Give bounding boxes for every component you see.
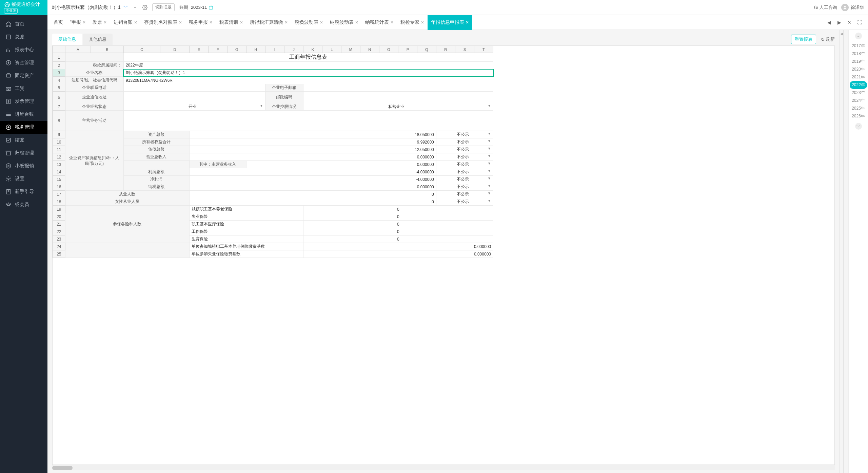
row-header[interactable]: 7 xyxy=(53,103,65,111)
col-header[interactable]: R xyxy=(436,46,455,53)
nav-item-vip[interactable]: 畅会员 xyxy=(0,198,47,211)
nav-item-salary[interactable]: 工资 xyxy=(0,82,47,95)
row-header[interactable]: 20 xyxy=(53,213,65,221)
spreadsheet[interactable]: ABCDEFGHIJKLMNOPQRST 1工商年报信息表2税款所属期间：202… xyxy=(52,45,835,465)
tabs-next-icon[interactable]: ▶ xyxy=(835,19,843,26)
fin-value[interactable]: 0.000000 xyxy=(246,161,436,168)
female-value[interactable]: 0 xyxy=(189,198,436,206)
tab[interactable]: 发票✕ xyxy=(89,15,110,30)
row-header[interactable]: 6 xyxy=(53,92,65,103)
tab[interactable]: 纳税波动表✕ xyxy=(327,15,362,30)
email-value[interactable] xyxy=(303,84,493,92)
publicity-select[interactable]: 不公示▼ xyxy=(436,191,493,198)
col-header[interactable]: C xyxy=(123,46,160,53)
reg-value[interactable]: 91320811MA7NGR2W6R xyxy=(123,77,493,84)
publicity-select[interactable]: 不公示▼ xyxy=(436,176,493,183)
col-header[interactable]: H xyxy=(246,46,265,53)
year-pill[interactable]: 2025年 xyxy=(850,105,867,112)
tab[interactable]: 年报信息申报表✕ xyxy=(428,15,472,30)
fin-value[interactable]: 18.050000 xyxy=(189,131,436,138)
base-value[interactable]: 0.000000 xyxy=(303,243,493,250)
account-selector[interactable]: 刘小艳演示账套（勿删勿动！）1 ﹀ xyxy=(52,4,128,11)
ins-value[interactable]: 0 xyxy=(303,206,493,213)
publicity-select[interactable]: 不公示▼ xyxy=(436,183,493,191)
row-header[interactable]: 18 xyxy=(53,198,65,206)
row-header[interactable]: 24 xyxy=(53,243,65,250)
tab[interactable]: 存货别名对照表✕ xyxy=(141,15,185,30)
tabs-prev-icon[interactable]: ◀ xyxy=(825,19,833,26)
tab[interactable]: "申报✕ xyxy=(66,15,89,30)
close-icon[interactable]: ✕ xyxy=(103,20,107,25)
nav-item-report[interactable]: 报表中心 xyxy=(0,43,47,56)
row-header[interactable]: 10 xyxy=(53,138,65,146)
period-value[interactable]: 2023-11 xyxy=(191,5,207,10)
col-header[interactable]: M xyxy=(341,46,360,53)
close-icon[interactable]: ✕ xyxy=(240,20,243,25)
tab[interactable]: 纳税统计表✕ xyxy=(362,15,397,30)
publicity-select[interactable]: 不公示▼ xyxy=(436,131,493,138)
row-header[interactable]: 15 xyxy=(53,176,65,183)
row-header[interactable]: 5 xyxy=(53,84,65,92)
publicity-select[interactable]: 不公示▼ xyxy=(436,161,493,168)
fin-value[interactable]: 9.992000 xyxy=(189,138,436,146)
horizontal-scrollbar[interactable] xyxy=(52,465,835,470)
year-pill[interactable]: 2021年 xyxy=(850,73,867,81)
tab[interactable]: 进销台账✕ xyxy=(110,15,141,30)
zip-value[interactable] xyxy=(303,92,493,103)
fin-value[interactable]: -4.000000 xyxy=(189,168,436,176)
col-header[interactable]: I xyxy=(265,46,284,53)
col-header[interactable]: Q xyxy=(417,46,436,53)
col-header[interactable]: K xyxy=(303,46,322,53)
nav-item-home[interactable]: 首页 xyxy=(0,18,47,31)
year-pill[interactable]: 2022年 xyxy=(850,81,867,89)
row-header[interactable]: 1 xyxy=(53,53,65,62)
ins-value[interactable]: 0 xyxy=(303,235,493,243)
col-header[interactable] xyxy=(53,46,65,53)
col-header[interactable]: G xyxy=(227,46,246,53)
nav-item-funds[interactable]: 资金管理 xyxy=(0,56,47,69)
refresh-button[interactable]: ↻ 刷新 xyxy=(821,36,835,42)
publicity-select[interactable]: 不公示▼ xyxy=(436,198,493,206)
tab[interactable]: 首页 xyxy=(50,15,66,30)
publicity-select[interactable]: 不公示▼ xyxy=(436,153,493,161)
publicity-select[interactable]: 不公示▼ xyxy=(436,146,493,153)
year-pill[interactable]: 2019年 xyxy=(850,58,867,65)
row-header[interactable]: 3 xyxy=(53,69,65,77)
row-header[interactable]: 11 xyxy=(53,146,65,153)
col-header[interactable]: N xyxy=(360,46,379,53)
company-value[interactable]: 刘小艳演示账套（勿删勿动！）1 xyxy=(123,69,493,77)
close-icon[interactable]: ✕ xyxy=(320,20,323,25)
col-header[interactable]: A xyxy=(65,46,91,53)
user-menu[interactable]: 徐泽华 xyxy=(841,4,864,11)
emp-value[interactable]: 0 xyxy=(189,191,436,198)
nav-item-ledger[interactable]: 总账 xyxy=(0,31,47,43)
tab[interactable]: 税负波动表✕ xyxy=(291,15,327,30)
row-header[interactable]: 8 xyxy=(53,111,65,131)
col-header[interactable]: E xyxy=(189,46,208,53)
year-pill[interactable]: 2017年 xyxy=(850,42,867,50)
close-icon[interactable]: ✕ xyxy=(355,20,358,25)
close-icon[interactable]: ✕ xyxy=(390,20,394,25)
row-header[interactable]: 22 xyxy=(53,228,65,235)
col-header[interactable]: T xyxy=(474,46,493,53)
row-header[interactable]: 9 xyxy=(53,131,65,138)
row-header[interactable]: 12 xyxy=(53,153,65,161)
year-down-icon[interactable]: ﹀ xyxy=(855,123,862,130)
switch-old-version-button[interactable]: 切到旧版 xyxy=(152,3,175,11)
nav-item-xc[interactable]: 小畅报销 xyxy=(0,159,47,172)
col-header[interactable]: D xyxy=(160,46,189,53)
col-header[interactable]: L xyxy=(322,46,341,53)
close-icon[interactable]: ✕ xyxy=(179,20,182,25)
base-value[interactable]: 0.000000 xyxy=(303,250,493,258)
row-header[interactable]: 25 xyxy=(53,250,65,258)
ins-value[interactable]: 0 xyxy=(303,221,493,228)
close-icon[interactable]: ✕ xyxy=(209,20,213,25)
fin-value[interactable]: -4.000000 xyxy=(189,176,436,183)
publicity-select[interactable]: 不公示▼ xyxy=(436,168,493,176)
row-header[interactable]: 4 xyxy=(53,77,65,84)
reset-report-button[interactable]: 重置报表 xyxy=(791,35,816,44)
holding-select[interactable]: 私营企业▼ xyxy=(303,103,493,111)
row-header[interactable]: 19 xyxy=(53,206,65,213)
year-pill[interactable]: 2018年 xyxy=(850,50,867,58)
scrollbar-thumb[interactable] xyxy=(52,466,73,470)
